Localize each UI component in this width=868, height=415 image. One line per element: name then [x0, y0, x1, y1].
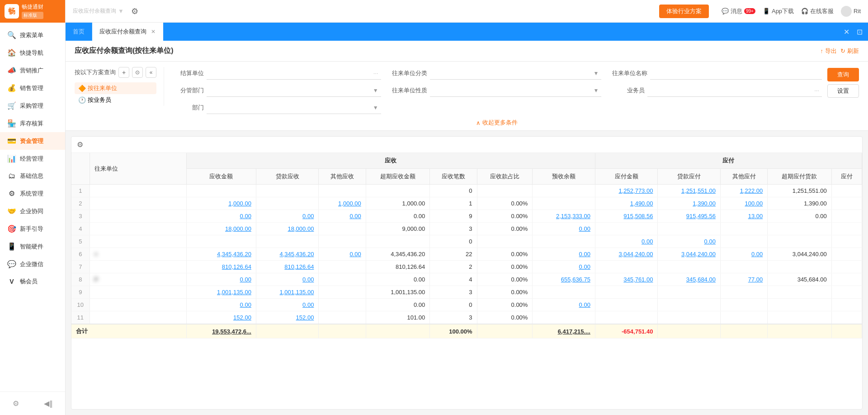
sidebar-item-enterprise[interactable]: 🤝 企业协同 [0, 202, 65, 220]
row-cell[interactable] [720, 223, 767, 235]
topbar-settings-icon[interactable]: ⚙ [129, 5, 140, 18]
row-cell[interactable]: 0.00 [533, 299, 595, 311]
row-cell[interactable]: 915,508.56 [595, 210, 658, 223]
row-cell[interactable]: 0.00 [658, 235, 721, 248]
trial-button[interactable]: 体验行业方案 [659, 5, 709, 18]
row-cell[interactable] [319, 299, 366, 311]
sidebar-item-base[interactable]: 🗂 基础信息 [0, 167, 65, 185]
row-cell[interactable]: 0.00 [186, 210, 256, 223]
dept-input[interactable]: ▼ [207, 101, 381, 114]
row-cell[interactable] [319, 185, 366, 197]
filter-collapse-icon[interactable]: « [146, 67, 156, 78]
scheme-staff[interactable]: 🕐 按业务员 [75, 94, 156, 106]
table-settings-icon[interactable]: ⚙ [77, 140, 83, 149]
service-action[interactable]: 🎧 在线客服 [801, 7, 834, 15]
row-cell[interactable]: 810,126.64 [256, 261, 319, 273]
row-cell[interactable] [720, 261, 767, 273]
row-cell[interactable] [533, 197, 595, 210]
footer-ar-prepay[interactable]: 6,417,215.... [533, 324, 595, 339]
row-cell[interactable]: 0.00 [720, 248, 767, 261]
row-cell[interactable]: 345,684.00 [658, 273, 721, 286]
sidebar-item-inventory[interactable]: 🏪 库存核算 [0, 114, 65, 132]
sidebar-item-purchase[interactable]: 🛒 采购管理 [0, 97, 65, 114]
tab-expand-icon[interactable]: ⊡ [855, 26, 864, 38]
row-cell[interactable]: 1,001,135.00 [256, 286, 319, 299]
row-cell[interactable] [595, 299, 658, 311]
query-button[interactable]: 查询 [827, 68, 859, 81]
row-cell[interactable]: 0.00 [319, 210, 366, 223]
row-cell[interactable]: 915,495.56 [658, 210, 721, 223]
sidebar-item-search[interactable]: 🔍 搜索菜单 [0, 26, 65, 44]
row-cell[interactable]: 1,490.00 [595, 197, 658, 210]
row-cell[interactable]: 4,345,436.20 [186, 248, 256, 261]
row-cell[interactable] [533, 311, 595, 324]
row-cell[interactable] [658, 311, 721, 324]
sidebar-item-wechat[interactable]: 💬 企业微信 [0, 255, 65, 273]
unit-nature-input[interactable]: ▼ [430, 84, 602, 97]
dept-charge-input[interactable]: ▼ [207, 84, 381, 97]
row-cell[interactable]: 152.00 [256, 311, 319, 324]
row-cell[interactable]: 0.00 [533, 223, 595, 235]
row-cell[interactable] [720, 311, 767, 324]
sidebar-item-operation[interactable]: 📊 经营管理 [0, 150, 65, 167]
row-cell[interactable]: 655,636.75 [533, 273, 595, 286]
refresh-button[interactable]: ↻ 刷新 [840, 47, 859, 55]
tab-close-window-icon[interactable]: ✕ [842, 26, 851, 38]
row-cell[interactable] [319, 311, 366, 324]
row-cell[interactable]: 0.00 [319, 248, 366, 261]
sidebar-item-member[interactable]: V 畅会员 [0, 273, 65, 290]
row-cell[interactable] [595, 286, 658, 299]
row-cell[interactable]: 152.00 [186, 311, 256, 324]
salesman-input[interactable]: ··· [647, 84, 822, 97]
row-cell[interactable] [256, 197, 319, 210]
message-action[interactable]: 💬 消息 99+ [722, 7, 755, 15]
row-cell[interactable]: 0.00 [533, 261, 595, 273]
row-cell[interactable] [658, 223, 721, 235]
tab-home[interactable]: 首页 [66, 23, 92, 41]
row-cell[interactable] [658, 261, 721, 273]
row-cell[interactable]: 1,252,773.00 [595, 185, 658, 197]
row-cell[interactable]: 1,000.00 [319, 197, 366, 210]
sidebar-collapse-icon[interactable]: ◀‖ [40, 397, 57, 410]
row-cell[interactable] [720, 235, 767, 248]
row-cell[interactable]: 0.00 [533, 248, 595, 261]
row-cell[interactable]: 0.00 [256, 273, 319, 286]
row-cell[interactable]: 1,390.00 [658, 197, 721, 210]
settings-button[interactable]: 设置 [827, 84, 859, 98]
row-cell[interactable]: 77.00 [720, 273, 767, 286]
row-cell[interactable]: 1,222.00 [720, 185, 767, 197]
sidebar-item-guide[interactable]: 🎯 新手引导 [0, 220, 65, 238]
settlement-input[interactable]: ··· [207, 67, 381, 80]
sidebar-item-quicknav[interactable]: 🏠 快捷导航 [0, 44, 65, 62]
sidebar-item-hardware[interactable]: 📱 智能硬件 [0, 238, 65, 255]
row-cell[interactable] [319, 235, 366, 248]
row-cell[interactable] [319, 273, 366, 286]
row-cell[interactable]: 0.00 [186, 273, 256, 286]
row-cell[interactable]: 2,153,333.00 [533, 210, 595, 223]
row-cell[interactable] [658, 286, 721, 299]
row-cell[interactable]: 345,761.00 [595, 273, 658, 286]
row-cell[interactable] [186, 185, 256, 197]
filter-add-icon[interactable]: + [118, 67, 129, 78]
tab-query-close-icon[interactable]: ✕ [151, 29, 156, 35]
unit-name-input[interactable] [650, 67, 822, 80]
sidebar-item-marketing[interactable]: 📣 营销推广 [0, 62, 65, 79]
row-cell[interactable] [319, 223, 366, 235]
row-cell[interactable] [186, 235, 256, 248]
row-cell[interactable]: 0.00 [186, 299, 256, 311]
row-cell[interactable] [595, 311, 658, 324]
sidebar-item-sales[interactable]: 💰 销售管理 [0, 79, 65, 97]
sidebar-item-system[interactable]: ⚙ 系统管理 [0, 185, 65, 202]
row-cell[interactable]: 1,001,135.00 [186, 286, 256, 299]
row-cell[interactable]: 3,044,240.00 [595, 248, 658, 261]
row-cell[interactable]: 1,000.00 [186, 197, 256, 210]
row-cell[interactable] [658, 299, 721, 311]
row-cell[interactable]: 1,251,551.00 [658, 185, 721, 197]
sidebar-item-capital[interactable]: 💳 资金管理 [0, 132, 65, 150]
row-cell[interactable]: 0.00 [595, 235, 658, 248]
row-cell[interactable]: 18,000.00 [186, 223, 256, 235]
unit-category-input[interactable]: ▼ [430, 67, 602, 80]
scheme-unit[interactable]: 🔶 按往来单位 [75, 82, 156, 94]
row-cell[interactable]: 4,345,436.20 [256, 248, 319, 261]
row-cell[interactable] [319, 261, 366, 273]
